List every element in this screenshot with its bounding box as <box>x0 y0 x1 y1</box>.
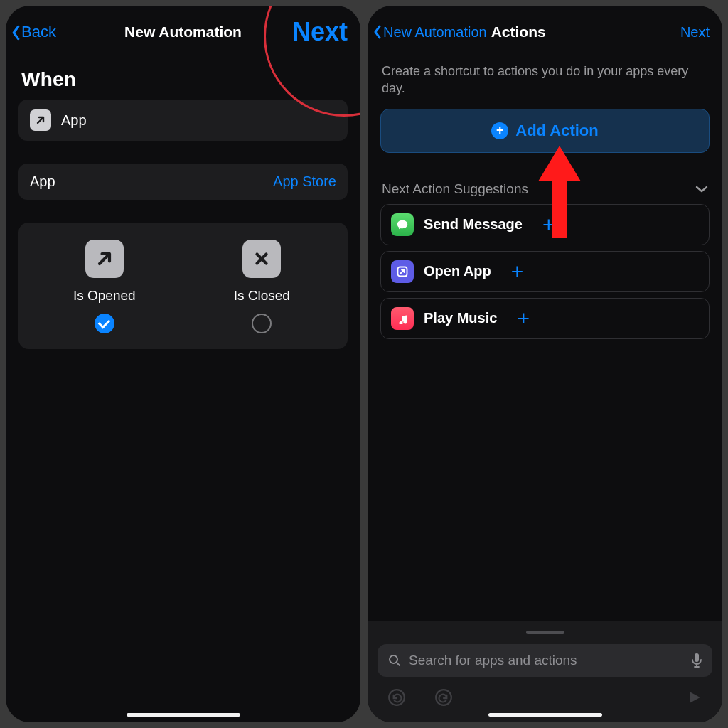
plus-icon: + <box>517 308 530 329</box>
redo-icon[interactable] <box>434 688 453 707</box>
suggestion-label: Play Music <box>424 310 497 326</box>
when-heading: When <box>21 68 348 91</box>
chevron-left-icon <box>373 25 382 39</box>
suggestion-label: Send Message <box>424 216 523 232</box>
suggestion-play-music[interactable]: Play Music + <box>380 298 710 339</box>
option-is-closed[interactable]: Is Closed <box>183 240 341 333</box>
when-condition-row[interactable]: App <box>18 100 348 141</box>
suggestions-list: Send Message + Open App + Play M <box>380 204 710 339</box>
next-button[interactable]: Next <box>680 24 717 41</box>
arrow-out-icon <box>30 109 51 131</box>
option-is-opened[interactable]: Is Opened <box>26 240 183 333</box>
undo-icon[interactable] <box>387 688 406 707</box>
phone-right: New Automation Actions Next Create a sho… <box>368 6 722 722</box>
option-opened-label: Is Opened <box>73 288 136 304</box>
suggestions-header[interactable]: Next Action Suggestions <box>382 181 708 197</box>
back-label: Back <box>21 23 56 41</box>
search-icon <box>387 653 402 668</box>
sheet-grabber[interactable] <box>526 631 564 634</box>
actions-description: Create a shortcut to actions you do in y… <box>382 63 708 97</box>
trigger-options-card: Is Opened Is Closed <box>18 223 348 349</box>
bottom-sheet: Search for apps and actions <box>368 621 722 722</box>
plus-icon: + <box>511 261 524 282</box>
suggestion-send-message[interactable]: Send Message + <box>380 204 710 245</box>
app-select-value: App Store <box>273 173 336 190</box>
search-field[interactable]: Search for apps and actions <box>378 644 712 677</box>
phone-left: Back New Automation Next When App App Ap… <box>6 6 360 722</box>
close-icon <box>242 240 281 278</box>
suggestions-title: Next Action Suggestions <box>382 181 528 197</box>
suggestion-open-app[interactable]: Open App + <box>380 251 710 292</box>
message-icon <box>391 213 414 236</box>
svg-rect-2 <box>695 653 699 662</box>
nav-bar: Back New Automation Next <box>6 6 360 58</box>
radio-checked-icon <box>95 314 114 333</box>
home-indicator <box>127 713 240 717</box>
toolbar <box>378 677 712 707</box>
next-button[interactable]: Next <box>292 17 355 47</box>
back-button[interactable]: New Automation <box>373 24 487 41</box>
chevron-down-icon <box>695 185 708 193</box>
add-action-button[interactable]: + Add Action <box>380 109 710 153</box>
plus-circle-icon: + <box>491 122 508 139</box>
back-button[interactable]: Back <box>11 23 56 41</box>
back-label: New Automation <box>383 24 487 41</box>
app-select-label: App <box>30 173 55 190</box>
music-icon <box>391 307 414 330</box>
app-select-row[interactable]: App App Store <box>18 164 348 200</box>
home-indicator <box>488 713 602 717</box>
add-action-label: Add Action <box>515 122 599 140</box>
search-placeholder: Search for apps and actions <box>409 653 577 668</box>
when-condition-label: App <box>61 112 87 129</box>
open-app-icon <box>391 260 414 283</box>
chevron-left-icon <box>11 25 20 39</box>
play-icon[interactable] <box>687 690 702 705</box>
mic-icon[interactable] <box>691 653 702 668</box>
nav-title: Actions <box>491 23 546 41</box>
nav-bar: New Automation Actions Next <box>368 6 722 58</box>
plus-icon: + <box>542 214 555 235</box>
radio-unchecked-icon <box>252 314 272 333</box>
option-closed-label: Is Closed <box>234 288 290 304</box>
suggestion-label: Open App <box>424 263 491 279</box>
arrow-out-icon <box>85 240 124 278</box>
